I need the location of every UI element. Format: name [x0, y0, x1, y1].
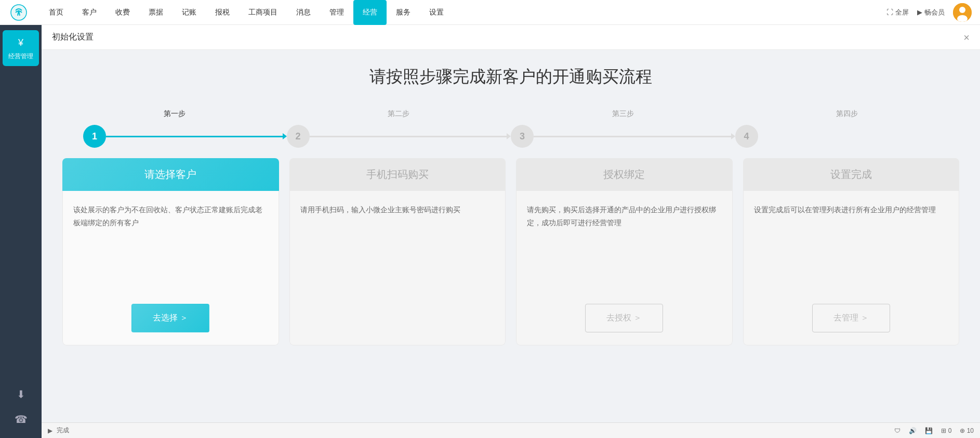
step-2-label: 第二步: [388, 109, 409, 119]
svg-point-2: [959, 7, 965, 13]
nav-item-settings[interactable]: 设置: [420, 0, 453, 25]
step-1-circle: 1: [83, 125, 106, 148]
page-body: 请按照步骤完成新客户的开通购买流程 第一步 1: [42, 50, 980, 422]
card-4: 设置完成 设置完成后可以在管理列表进行所有企业用户的经营管理 去管理 ＞: [743, 158, 960, 345]
step-4-circle-row: 4: [735, 125, 960, 148]
flow-heading: 请按照步骤完成新客户的开通购买流程: [62, 66, 959, 88]
yuan-icon: ¥: [14, 35, 28, 50]
page-header: 初始化设置 ×: [42, 25, 980, 50]
status-text: 完成: [57, 426, 69, 435]
app-layout: ¥ 经营管理 ⬇ ☎ 初始化设置 × 请按照步骤完成新客户的开通购买流程 第一步: [0, 25, 980, 438]
page-title: 初始化设置: [52, 32, 94, 43]
plus-counter: ⊕ 10: [960, 427, 974, 434]
nav-item-service[interactable]: 服务: [387, 0, 420, 25]
close-button[interactable]: ×: [963, 32, 970, 43]
vip-button[interactable]: ▶ 畅会员: [917, 8, 945, 17]
step-1-arrow: [283, 133, 287, 139]
step-2-circle-row: 2: [287, 125, 511, 148]
step-3-circle: 3: [511, 125, 534, 148]
play-status-icon: ▶: [48, 427, 52, 434]
step-2-connector: [310, 136, 507, 137]
card-1-body: 该处展示的客户为不在回收站、客户状态正常建账后完成老板端绑定的所有客户 去选择 …: [62, 191, 279, 345]
card-4-header: 设置完成: [743, 158, 960, 191]
sidebar: ¥ 经营管理 ⬇ ☎: [0, 25, 42, 438]
sidebar-item-label: 经营管理: [8, 52, 33, 61]
card-3-button: 去授权 ＞: [585, 304, 663, 332]
cards-row: 请选择客户 该处展示的客户为不在回收站、客户状态正常建账后完成老板端绑定的所有客…: [62, 158, 959, 345]
shield-icon: 🛡: [894, 427, 900, 434]
fullscreen-label: 全屏: [895, 8, 909, 17]
card-1-button[interactable]: 去选择 ＞: [131, 304, 209, 332]
support-icon[interactable]: ☎: [10, 409, 31, 430]
sidebar-bottom: ⬇ ☎: [3, 384, 39, 438]
card-1: 请选择客户 该处展示的客户为不在回收站、客户状态正常建账后完成老板端绑定的所有客…: [62, 158, 279, 345]
sidebar-item-operations[interactable]: ¥ 经营管理: [3, 30, 39, 66]
card-4-body: 设置完成后可以在管理列表进行所有企业用户的经营管理 去管理 ＞: [743, 191, 960, 345]
card-3-desc: 请先购买，购买后选择开通的产品中的企业用户进行授权绑定，成功后即可进行经营管理: [527, 203, 722, 288]
nav-item-manage[interactable]: 管理: [320, 0, 353, 25]
nav-item-bill[interactable]: 票据: [139, 0, 173, 25]
step-3-block: 第三步 3: [511, 109, 735, 148]
fullscreen-button[interactable]: ⛶ 全屏: [886, 8, 909, 17]
top-navigation: 首页 客户 收费 票据 记账 报税 工商项目 消息 管理 经营 服务 设置 ⛶ …: [0, 0, 980, 25]
step-1-label: 第一步: [164, 109, 186, 119]
card-3-body: 请先购买，购买后选择开通的产品中的企业用户进行授权绑定，成功后即可进行经营管理 …: [516, 191, 733, 345]
step-1-block: 第一步 1: [62, 109, 287, 148]
play-icon: ▶: [917, 8, 922, 16]
card-3-header: 授权绑定: [516, 158, 733, 191]
user-avatar[interactable]: [953, 3, 972, 22]
step-2-block: 第二步 2: [287, 109, 511, 148]
card-1-header: 请选择客户: [62, 158, 279, 191]
card-1-desc: 该处展示的客户为不在回收站、客户状态正常建账后完成老板端绑定的所有客户: [73, 203, 268, 288]
card-4-button: 去管理 ＞: [812, 304, 890, 332]
status-bar: ▶ 完成 🛡 🔊 💾 ⊞ 0 ⊕ 10: [42, 422, 980, 438]
nav-item-operations[interactable]: 经营: [353, 0, 387, 25]
step-1-circle-row: 1: [62, 125, 287, 148]
nav-item-tax[interactable]: 报税: [206, 0, 239, 25]
app-logo: [8, 2, 29, 23]
nav-menu: 首页 客户 收费 票据 记账 报税 工商项目 消息 管理 经营 服务 设置: [39, 0, 886, 25]
nav-item-home[interactable]: 首页: [39, 0, 73, 25]
nav-item-business[interactable]: 工商项目: [239, 0, 287, 25]
step-4-circle: 4: [735, 125, 758, 148]
card-3: 授权绑定 请先购买，购买后选择开通的产品中的企业用户进行授权绑定，成功后即可进行…: [516, 158, 733, 345]
step-4-label: 第四步: [836, 109, 858, 119]
step-1-connector: [106, 136, 283, 137]
nav-item-fee[interactable]: 收费: [106, 0, 139, 25]
step-3-arrow: [731, 133, 735, 139]
step-4-block: 第四步 4: [735, 109, 960, 148]
step-3-connector: [534, 136, 731, 137]
card-2-body: 请用手机扫码，输入小微企业主账号密码进行购买: [289, 191, 506, 345]
volume-icon: 🔊: [909, 427, 917, 434]
nav-item-message[interactable]: 消息: [287, 0, 320, 25]
download-icon[interactable]: ⬇: [10, 384, 31, 405]
step-3-circle-row: 3: [511, 125, 735, 148]
save-icon: 💾: [925, 427, 933, 434]
nav-item-customer[interactable]: 客户: [73, 0, 106, 25]
card-2-desc: 请用手机扫码，输入小微企业主账号密码进行购买: [300, 203, 495, 332]
card-2: 手机扫码购买 请用手机扫码，输入小微企业主账号密码进行购买: [289, 158, 506, 345]
nav-item-bookkeeping[interactable]: 记账: [173, 0, 206, 25]
step-3-label: 第三步: [612, 109, 634, 119]
card-4-desc: 设置完成后可以在管理列表进行所有企业用户的经营管理: [754, 203, 949, 288]
step-2-arrow: [507, 133, 511, 139]
vip-label: 畅会员: [924, 8, 945, 17]
main-content: 初始化设置 × 请按照步骤完成新客户的开通购买流程 第一步 1: [42, 25, 980, 438]
step-2-circle: 2: [287, 125, 310, 148]
status-bar-right: 🛡 🔊 💾 ⊞ 0 ⊕ 10: [894, 427, 974, 434]
card-2-header: 手机扫码购买: [289, 158, 506, 191]
steps-progress: 第一步 1 第二步: [62, 109, 959, 148]
grid-counter: ⊞ 0: [941, 427, 951, 434]
fullscreen-icon: ⛶: [886, 8, 893, 16]
nav-right-area: ⛶ 全屏 ▶ 畅会员: [886, 3, 972, 22]
